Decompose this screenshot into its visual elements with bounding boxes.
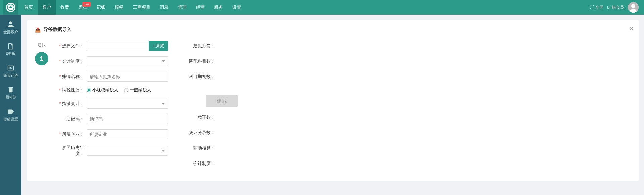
nav-item-business[interactable]: 工商项目 bbox=[128, 0, 155, 15]
label-icon bbox=[7, 108, 14, 115]
history-year-row: 参照历史年度： bbox=[54, 145, 168, 157]
nav-items: 首页 客户 收费 票据 new 记账 报税 工商项目 消息 管理 经营 服务 设… bbox=[19, 0, 246, 15]
fullscreen-btn[interactable]: ⛶ 全屏 bbox=[590, 5, 603, 10]
step-circle: 1 bbox=[35, 52, 48, 65]
person-icon bbox=[7, 21, 14, 28]
memo-label: 助记码： bbox=[54, 116, 84, 122]
modal-close-button[interactable]: × bbox=[630, 25, 633, 32]
build-account-button[interactable]: 建账 bbox=[206, 95, 238, 107]
accounting-system-row: * 会计制度： bbox=[54, 56, 168, 66]
build-month-label: 建账月份： bbox=[182, 43, 215, 49]
modal-header: 📤 导爷数据导入 bbox=[35, 27, 631, 33]
tax-type-label: * 纳税性质： bbox=[54, 87, 84, 93]
accounting-system-select[interactable] bbox=[87, 56, 168, 66]
accountant-select[interactable] bbox=[87, 99, 168, 109]
logo-icon bbox=[6, 3, 15, 12]
sidebar-item-migrate[interactable]: 账套迁移 bbox=[0, 61, 21, 81]
nav-item-finance[interactable]: 经营 bbox=[191, 0, 209, 15]
trash-icon bbox=[7, 86, 14, 93]
voucher-entries-row: 凭证分录数： bbox=[182, 128, 262, 138]
company-row: * 所属企业： bbox=[54, 129, 168, 139]
form-fields: * 选择文件： +浏览 * 会计制度： bbox=[54, 41, 168, 157]
initial-subjects-label: 科目期初数： bbox=[182, 74, 215, 80]
nav-item-bookkeeping[interactable]: 记账 bbox=[92, 0, 110, 15]
form-left: 建账 1 * 选择文件： +浏览 bbox=[35, 41, 168, 169]
history-year-select[interactable] bbox=[87, 146, 168, 156]
file-label: * 选择文件： bbox=[54, 43, 84, 49]
main-content: 📤 导爷数据导入 × 建账 1 bbox=[21, 15, 644, 195]
right-accounting-system-label: 会计制度： bbox=[182, 160, 215, 167]
modal-title: 导爷数据导入 bbox=[43, 27, 71, 33]
ledger-name-input[interactable] bbox=[87, 72, 168, 82]
initial-subjects-row: 科目期初数： bbox=[182, 72, 262, 82]
new-badge: new bbox=[82, 2, 91, 7]
company-label: * 所属企业： bbox=[54, 131, 84, 137]
voucher-count-label: 凭证数： bbox=[182, 114, 215, 120]
sidebar-item-label-settings[interactable]: 标签设置 bbox=[0, 105, 21, 125]
tax-type-radio-group: 小规模纳税人 一般纳税人 bbox=[87, 87, 151, 93]
radio-general-taxpayer[interactable]: 一般纳税人 bbox=[124, 87, 151, 93]
file-row: * 选择文件： +浏览 bbox=[54, 41, 168, 51]
nav-right: ⛶ 全屏 ▷ 畅会员 bbox=[590, 2, 644, 13]
member-btn[interactable]: ▷ 畅会员 bbox=[607, 5, 624, 10]
file-input-group: +浏览 bbox=[87, 41, 168, 51]
aux-accounting-label: 辅助核算： bbox=[182, 145, 215, 151]
radio-small-taxpayer[interactable]: 小规模纳税人 bbox=[87, 87, 118, 93]
nav-item-tax[interactable]: 报税 bbox=[110, 0, 128, 15]
match-subjects-row: 匹配科目数： bbox=[182, 56, 262, 66]
svg-point-2 bbox=[631, 4, 635, 8]
browse-button[interactable]: +浏览 bbox=[149, 41, 168, 51]
company-input[interactable] bbox=[87, 129, 168, 139]
step-label: 建账 bbox=[38, 42, 46, 48]
form-container: 建账 1 * 选择文件： +浏览 bbox=[35, 41, 631, 169]
import-icon: 📤 bbox=[35, 27, 41, 32]
sidebar-item-report[interactable]: 0申报 bbox=[0, 39, 21, 60]
nav-item-customer[interactable]: 客户 bbox=[38, 0, 56, 15]
nav-item-settings[interactable]: 设置 bbox=[228, 0, 246, 15]
top-navigation: 首页 客户 收费 票据 new 记账 报税 工商项目 消息 管理 经营 服务 设… bbox=[0, 0, 644, 15]
nav-item-home[interactable]: 首页 bbox=[19, 0, 38, 15]
aux-accounting-row: 辅助核算： bbox=[182, 143, 262, 153]
match-subjects-label: 匹配科目数： bbox=[182, 58, 215, 64]
modal-card: 📤 导爷数据导入 × 建账 1 bbox=[27, 20, 639, 181]
voucher-entries-label: 凭证分录数： bbox=[182, 130, 215, 136]
nav-item-invoice[interactable]: 票据 new bbox=[74, 0, 92, 15]
nav-item-service[interactable]: 服务 bbox=[209, 0, 228, 15]
fullscreen-icon: ⛶ bbox=[590, 5, 594, 10]
voucher-count-row: 凭证数： bbox=[182, 112, 262, 122]
build-month-row: 建账月份： bbox=[182, 41, 262, 51]
history-year-label: 参照历史年度： bbox=[54, 145, 84, 157]
sidebar-item-trash[interactable]: 回收站 bbox=[0, 83, 21, 103]
accountant-row: * 指派会计： bbox=[54, 99, 168, 109]
nav-item-manage[interactable]: 管理 bbox=[173, 0, 191, 15]
file-input[interactable] bbox=[87, 41, 149, 51]
main-layout: 全部客户 0申报 账套迁移 回收站 标签设置 📤 导爷数据导入 × bbox=[0, 15, 644, 195]
app-logo bbox=[3, 0, 18, 15]
report-icon bbox=[7, 43, 14, 50]
memo-row: 助记码： bbox=[54, 114, 168, 124]
user-avatar[interactable] bbox=[628, 2, 639, 13]
sidebar-item-all-clients[interactable]: 全部客户 bbox=[0, 17, 21, 38]
memo-input[interactable] bbox=[87, 114, 168, 124]
tax-type-row: * 纳税性质： 小规模纳税人 一般纳税人 bbox=[54, 87, 168, 93]
play-icon: ▷ bbox=[607, 5, 610, 10]
sidebar: 全部客户 0申报 账套迁移 回收站 标签设置 bbox=[0, 15, 21, 195]
ledger-name-row: * 账簿名称： bbox=[54, 72, 168, 82]
accountant-label: * 指派会计： bbox=[54, 101, 84, 107]
nav-item-message[interactable]: 消息 bbox=[155, 0, 173, 15]
right-accounting-system-row: 会计制度： bbox=[182, 158, 262, 169]
nav-item-fee[interactable]: 收费 bbox=[56, 0, 74, 15]
accounting-system-label: * 会计制度： bbox=[54, 58, 84, 64]
form-right: 建账月份： 匹配科目数： 科目期初数： 建账 bbox=[182, 41, 262, 169]
ledger-name-label: * 账簿名称： bbox=[54, 74, 84, 80]
migrate-icon bbox=[7, 64, 14, 72]
